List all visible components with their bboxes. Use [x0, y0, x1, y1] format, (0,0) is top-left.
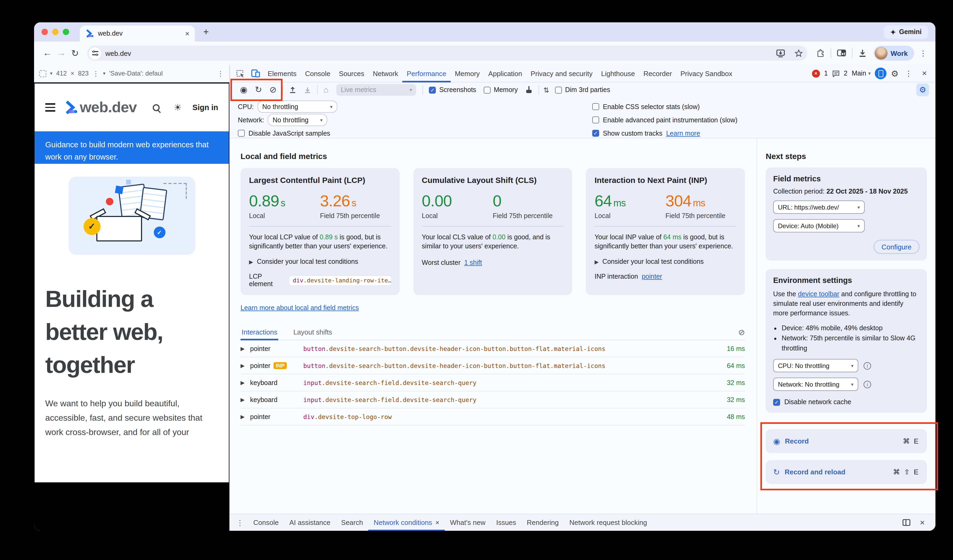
- learn-more-link[interactable]: Learn more: [666, 130, 700, 137]
- split-panel-icon[interactable]: [902, 519, 910, 526]
- tab-privacy-security[interactable]: Privacy and security: [526, 65, 597, 82]
- checkbox-icon[interactable]: [555, 87, 562, 93]
- clear-log-icon[interactable]: ⊘: [738, 327, 745, 337]
- install-app-icon[interactable]: [776, 49, 785, 57]
- checkbox-checked-icon[interactable]: ✓: [773, 399, 780, 405]
- reload-button[interactable]: ↻: [68, 48, 82, 59]
- tab-close-icon[interactable]: ×: [185, 30, 189, 37]
- minimize-window-button[interactable]: [52, 29, 59, 35]
- table-row[interactable]: ▶ keyboard input.devsite-search-field.de…: [241, 391, 745, 408]
- close-window-button[interactable]: [42, 29, 48, 35]
- cpu-throttling-select[interactable]: No throttling▾: [258, 101, 337, 113]
- tab-recorder[interactable]: Recorder: [639, 65, 676, 82]
- drawer-menu-icon[interactable]: ⋮: [236, 518, 244, 527]
- device-toolbar-menu-icon[interactable]: ⋮: [217, 70, 224, 77]
- drawer-tab-issues[interactable]: Issues: [491, 514, 522, 531]
- disable-js-samples-label[interactable]: Disable JavaScript samples: [248, 130, 330, 137]
- issue-count[interactable]: 2: [844, 70, 847, 77]
- home-icon[interactable]: ⌂: [323, 86, 329, 94]
- close-icon[interactable]: ×: [435, 518, 439, 526]
- drawer-tab-network-conditions[interactable]: Network conditions ×: [368, 514, 445, 531]
- devtools-close-icon[interactable]: ×: [919, 69, 930, 78]
- drawer-close-icon[interactable]: ×: [917, 518, 928, 527]
- hamburger-menu-icon[interactable]: [45, 104, 55, 112]
- gemini-button[interactable]: ✦ Gemini: [884, 25, 928, 39]
- field-url-select[interactable]: URL: https://web.dev/▾: [773, 201, 865, 214]
- context-selector[interactable]: Main▾: [852, 70, 871, 77]
- screenshots-checkbox[interactable]: ✓ Screenshots: [429, 86, 476, 94]
- inspect-element-icon[interactable]: [236, 69, 245, 77]
- error-badge-icon[interactable]: ×: [812, 70, 820, 77]
- drawer-tab-ai-assistance[interactable]: AI assistance: [284, 514, 336, 531]
- expand-triangle-icon[interactable]: ▶: [241, 380, 250, 385]
- tab-performance[interactable]: Performance: [402, 65, 451, 82]
- env-cpu-select[interactable]: CPU: No throttling▾: [773, 359, 858, 372]
- viewport-width[interactable]: 412: [56, 70, 67, 77]
- tab-interactions[interactable]: Interactions: [241, 324, 278, 340]
- lcp-consider-conditions[interactable]: ▶ Consider your local test conditions: [249, 258, 391, 265]
- zoom-window-button[interactable]: [63, 29, 69, 35]
- expand-triangle-icon[interactable]: ▶: [241, 397, 250, 402]
- configure-button[interactable]: Configure: [874, 240, 919, 254]
- profile-chip[interactable]: Work: [874, 46, 914, 60]
- table-row[interactable]: ▶ pointerINP button.devsite-search-butto…: [241, 357, 745, 374]
- expand-triangle-icon[interactable]: ▶: [241, 363, 250, 368]
- info-icon[interactable]: i: [864, 381, 871, 388]
- info-icon[interactable]: i: [864, 362, 871, 369]
- tab-console[interactable]: Console: [301, 65, 334, 82]
- drawer-tab-console[interactable]: Console: [248, 514, 284, 531]
- show-custom-tracks-label[interactable]: Show custom tracks: [603, 130, 663, 137]
- device-ai-icon[interactable]: [875, 68, 887, 79]
- tab-application[interactable]: Application: [484, 65, 526, 82]
- learn-more-metrics-link[interactable]: Learn more about local and field metrics: [241, 304, 359, 312]
- theme-toggle-icon[interactable]: ☀: [174, 102, 182, 113]
- memory-checkbox[interactable]: Memory: [484, 86, 518, 94]
- css-selector-stats-label[interactable]: Enable CSS selector stats (slow): [603, 103, 700, 110]
- worst-cluster-link[interactable]: 1 shift: [464, 259, 482, 266]
- field-device-select[interactable]: Device: Auto (Mobile)▾: [773, 219, 865, 232]
- collect-garbage-icon[interactable]: [525, 86, 532, 94]
- chevron-down-icon[interactable]: ▾: [50, 71, 53, 76]
- search-icon[interactable]: [153, 104, 160, 111]
- lcp-element-link[interactable]: div.devsite-landing-row-ite…: [290, 276, 391, 285]
- drawer-tab-rendering[interactable]: Rendering: [522, 514, 564, 531]
- tab-lighthouse[interactable]: Lighthouse: [597, 65, 639, 82]
- drawer-tab-whats-new[interactable]: What's new: [445, 514, 491, 531]
- search-tabs-icon[interactable]: [837, 49, 846, 57]
- issues-bubble-icon[interactable]: [832, 70, 840, 77]
- save-profile-icon[interactable]: [289, 86, 296, 94]
- devtools-menu-icon[interactable]: ⋮: [905, 69, 912, 77]
- table-row[interactable]: ▶ keyboard input.devsite-search-field.de…: [241, 374, 745, 391]
- url-text[interactable]: web.dev: [106, 49, 131, 57]
- tab-privacy-sandbox[interactable]: Privacy Sandbox: [676, 65, 736, 82]
- dim-3rd-parties-checkbox[interactable]: Dim 3rd parties: [555, 86, 610, 94]
- site-settings-icon[interactable]: [89, 47, 101, 59]
- new-tab-button[interactable]: +: [203, 26, 209, 37]
- expand-triangle-icon[interactable]: ▶: [594, 259, 599, 265]
- sort-arrows-icon[interactable]: ⇅: [543, 86, 549, 94]
- expand-triangle-icon[interactable]: ▶: [241, 346, 250, 351]
- checkbox-checked-icon[interactable]: ✓: [592, 130, 599, 137]
- webdev-logo[interactable]: web.dev: [64, 99, 137, 116]
- error-count[interactable]: 1: [824, 70, 828, 77]
- network-throttling-select[interactable]: No throttling▾: [268, 114, 327, 126]
- device-toolbar-link[interactable]: device toolbar: [798, 290, 840, 298]
- tab-memory[interactable]: Memory: [450, 65, 484, 82]
- viewport-height[interactable]: 823: [78, 70, 88, 77]
- drawer-tab-search[interactable]: Search: [336, 514, 368, 531]
- inp-interaction-link[interactable]: pointer: [642, 273, 662, 280]
- checkbox-icon[interactable]: [484, 87, 490, 93]
- tab-layout-shifts[interactable]: Layout shifts: [292, 324, 333, 340]
- browser-tab[interactable]: web.dev ×: [80, 26, 195, 42]
- capture-settings-gear-icon[interactable]: ⚙: [916, 84, 929, 96]
- tab-network[interactable]: Network: [368, 65, 402, 82]
- window-controls[interactable]: [42, 29, 69, 35]
- devtools-settings-gear-icon[interactable]: ⚙: [891, 68, 899, 79]
- chevron-down-icon[interactable]: ▾: [103, 71, 106, 76]
- expand-triangle-icon[interactable]: ▶: [249, 259, 253, 265]
- drawer-tab-network-request-blocking[interactable]: Network request blocking: [564, 514, 652, 531]
- dimensions-icon[interactable]: [39, 70, 46, 77]
- advanced-paint-label[interactable]: Enable advanced paint instrumentation (s…: [603, 116, 737, 124]
- checkbox-icon[interactable]: [592, 116, 599, 124]
- expand-triangle-icon[interactable]: ▶: [241, 414, 250, 419]
